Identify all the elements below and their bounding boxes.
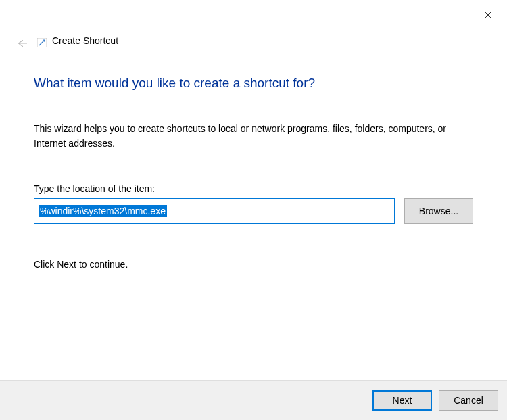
wizard-description: This wizard helps you to create shortcut… xyxy=(34,122,473,151)
location-input-label: Type the location of the item: xyxy=(34,183,473,194)
page-heading: What item would you like to create a sho… xyxy=(34,76,473,91)
back-button xyxy=(14,35,30,51)
location-input[interactable]: %windir%\system32\mmc.exe xyxy=(34,198,395,224)
close-icon xyxy=(484,11,492,19)
next-button[interactable]: Next xyxy=(372,390,432,411)
shortcut-wizard-icon xyxy=(37,38,47,47)
cancel-button[interactable]: Cancel xyxy=(439,390,498,411)
wizard-title: Create Shortcut xyxy=(52,35,118,46)
location-input-value: %windir%\system32\mmc.exe xyxy=(39,205,167,217)
continue-instruction: Click Next to continue. xyxy=(34,259,473,270)
back-arrow-icon xyxy=(16,37,28,49)
close-button[interactable] xyxy=(481,8,495,22)
browse-button[interactable]: Browse... xyxy=(404,198,473,224)
footer-bar: Next Cancel xyxy=(0,380,507,420)
